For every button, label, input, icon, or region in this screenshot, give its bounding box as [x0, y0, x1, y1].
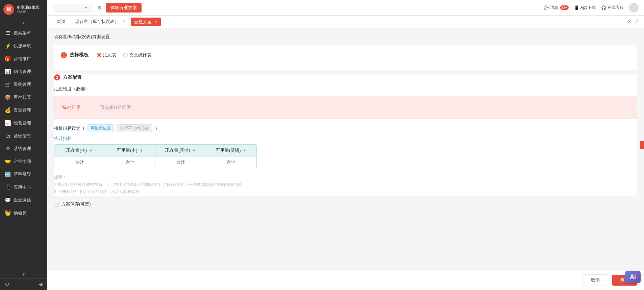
search-input[interactable] — [56, 5, 83, 10]
header-cell-1[interactable]: 可用量(主) ▼ — [105, 145, 156, 156]
message-badge: 99+ — [560, 5, 569, 10]
stats-section-title: 统计指标 — [54, 136, 637, 142]
sidebar-item-search[interactable]: ☰ 搜索菜单 — [0, 27, 47, 40]
tab-new-plan[interactable]: 新建方案 ✕ — [131, 18, 161, 26]
dimension-separator: —— — [86, 105, 95, 110]
sidebar-item-management[interactable]: 📈 经营管理 — [0, 117, 47, 129]
cancel-button[interactable]: 取消 — [583, 274, 608, 286]
search-menu-icon: ☰ — [5, 30, 11, 36]
sidebar-item-label: 新手引导 — [14, 171, 31, 177]
tab-inventory-label: 现存量（库存状况表） — [75, 19, 119, 25]
industry-btn[interactable]: 体验行业方案 — [106, 3, 142, 13]
sidebar-item-appstore[interactable]: 📱 应用中心 — [0, 181, 47, 194]
sidebar-item-wechat[interactable]: 💬 企业微信 — [0, 194, 47, 207]
tab-new-plan-label: 新建方案 — [134, 19, 152, 25]
ai-badge[interactable]: Ai — [625, 271, 641, 283]
dimension-area[interactable]: *纵向维度 —— 请选择分组维度 — [54, 96, 637, 119]
radio-cross-dot — [123, 53, 128, 57]
header-dropdown-3[interactable]: ▼ — [243, 148, 247, 152]
sidebar-item-label: 销售管理 — [14, 69, 31, 75]
tab-home[interactable]: 首页 — [53, 17, 70, 27]
member-icon: 👑 — [5, 210, 11, 216]
phone-icon: 📱 — [574, 5, 579, 10]
tip-item-0: 1.拖动标题栏可以调整布局，不可跨维度或指标区域拖动栏目字段(只能在同一维度或指… — [54, 181, 637, 189]
appstore-icon: 📱 — [5, 184, 11, 190]
close-panel-icon[interactable]: ✕ — [627, 19, 631, 25]
online-service-item[interactable]: 🎧 在线客服 — [601, 5, 624, 10]
header-dropdown-2[interactable]: ▼ — [192, 148, 196, 152]
sidebar-item-label: 库存核算 — [14, 94, 31, 100]
sidebar-nav: ☰ 搜索菜单 ⚡ 快捷导航 🎁 营销推广 📊 销售管理 🛒 采购管理 📦 库存核… — [0, 27, 47, 271]
basic-info-icon: 🗂 — [5, 133, 11, 139]
header-dropdown-1[interactable]: ▼ — [140, 148, 143, 152]
sidebar-item-collab[interactable]: 🤝 企业协同 — [0, 155, 47, 168]
marketing-icon: 🎁 — [5, 56, 11, 62]
sidebar-scroll-up[interactable]: ▲ — [0, 19, 47, 27]
body-label-0-0: 合计 — [75, 159, 84, 165]
headset-icon: 🎧 — [601, 5, 606, 10]
sidebar-item-label: 经营管理 — [14, 120, 31, 126]
body-cell-0-0: 合计 — [54, 156, 105, 168]
section1-num: 1 — [61, 52, 67, 58]
save-checkbox[interactable] — [54, 202, 59, 207]
sidebar-item-label: 搜索菜单 — [14, 30, 31, 36]
sidebar-item-marketing[interactable]: 🎁 营销推广 — [0, 52, 47, 65]
expand-panel-icon[interactable]: ⤢ — [634, 19, 639, 25]
sidebar-item-purchase[interactable]: 🛒 采购管理 — [0, 78, 47, 91]
header-dropdown-0[interactable]: ▼ — [89, 148, 93, 152]
app-name: 畅康通好生意 — [17, 5, 39, 10]
app-download-item[interactable]: 📱 App下载 — [574, 5, 596, 10]
page-title: 现存量(库存状况表)方案设置 — [54, 34, 637, 40]
collapse-icon[interactable]: ◀ — [39, 281, 43, 287]
header-cell-0[interactable]: 现存量(主) ▼ — [54, 145, 105, 156]
section1-header: 1 选择模板 汇总表 交叉统计表 — [61, 52, 630, 58]
indicator-settings: 模板指标设定（ 可拖动位置 不可拖动位置 ） 统计指标 现存量(主) ▼ — [54, 124, 637, 196]
sidebar-item-label: 快捷导航 — [14, 43, 31, 49]
radio-summary[interactable]: 汇总表 — [97, 52, 116, 58]
newbie-icon: 🆕 — [5, 171, 11, 177]
indicator-settings-label: 模板指标设定（ 可拖动位置 不可拖动位置 ） — [54, 124, 637, 132]
sidebar-item-inventory[interactable]: 📦 库存核算 — [0, 91, 47, 104]
sidebar-item-finance[interactable]: 💰 资金管理 — [0, 104, 47, 117]
gear-icon[interactable]: ⚙ — [97, 5, 102, 11]
save-label: 方案保存(可选) — [61, 201, 91, 207]
finance-icon: 💰 — [5, 107, 11, 113]
main-area: ▼ ⚙ 体验行业方案 💬 消息 99+ 📱 App下载 🎧 在线客服 首页 — [47, 0, 644, 290]
message-icon: 💬 — [544, 5, 549, 10]
message-item[interactable]: 💬 消息 99+ — [544, 5, 569, 10]
settings-icon[interactable]: ⚙ — [5, 281, 9, 287]
stats-table: 现存量(主) ▼ 可用量(主) ▼ 现存量(基辅) ▼ 可用量(基辅) — [54, 144, 257, 168]
search-dropdown-icon[interactable]: ▼ — [84, 6, 88, 10]
radio-cross[interactable]: 交叉统计表 — [123, 52, 151, 58]
sidebar-item-sales[interactable]: 📊 销售管理 — [0, 65, 47, 78]
system-icon: ⚙ — [5, 146, 11, 152]
sidebar-item-label: 营销推广 — [14, 56, 31, 62]
sidebar-item-newbie[interactable]: 🆕 新手引导 — [0, 168, 47, 181]
sidebar-scroll-down[interactable]: ▼ — [0, 271, 47, 278]
sidebar-item-label: 基础信息 — [14, 133, 31, 139]
body-label-0-1: 合计 — [126, 159, 134, 165]
header-cell-3[interactable]: 可用量(基辅) ▼ — [206, 145, 257, 156]
right-panel-tab[interactable] — [640, 141, 644, 149]
sidebar-item-basic[interactable]: 🗂 基础信息 — [0, 129, 47, 142]
tab-home-label: 首页 — [57, 19, 66, 25]
section2-header: 2 方案配置 — [54, 74, 637, 80]
content-area: 现存量(库存状况表)方案设置 1 选择模板 汇总表 交叉统计表 — [47, 28, 644, 270]
sidebar-item-member[interactable]: 👑 畅会员 — [0, 207, 47, 219]
non-draggable-badge: 不可拖动位置 — [117, 124, 152, 132]
header-label-1: 可用量(主) — [117, 147, 138, 153]
indicator-label-text: 模板指标设定（ — [54, 125, 85, 131]
topbar-search[interactable]: ▼ — [53, 4, 93, 11]
header-cell-2[interactable]: 现存量(基辅) ▼ — [155, 145, 206, 156]
app-download-label: App下载 — [580, 5, 596, 10]
sidebar-item-system[interactable]: ⚙ 系统管理 — [0, 142, 47, 155]
body-cell-0-1: 合计 — [105, 156, 156, 168]
tab-new-plan-close-icon[interactable]: ✕ — [154, 20, 157, 24]
save-area: 方案保存(可选) — [54, 201, 637, 207]
tab-inventory[interactable]: 现存量（库存状况表） ✕ — [71, 17, 129, 27]
tab-inventory-close-icon[interactable]: ✕ — [122, 19, 125, 24]
sidebar-item-quick[interactable]: ⚡ 快捷导航 — [0, 40, 47, 52]
sidebar-item-label: 应用中心 — [14, 184, 31, 190]
message-label: 消息 — [550, 5, 558, 10]
user-avatar[interactable] — [629, 3, 639, 13]
